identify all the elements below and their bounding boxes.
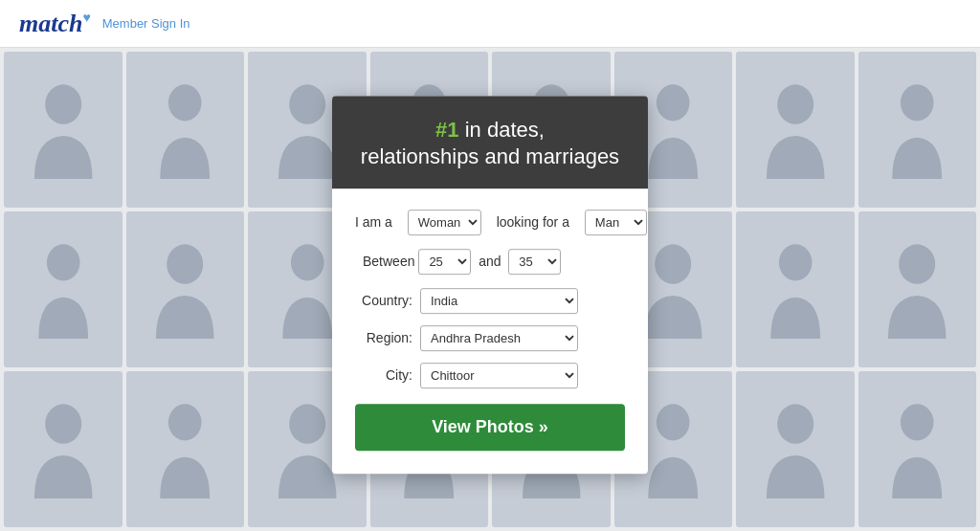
spacer5: and xyxy=(471,254,508,269)
age-min-select[interactable]: 18192021 22232425 26272829 3035404550 xyxy=(418,249,471,275)
spacer3 xyxy=(575,214,579,230)
highlight-text: #1 xyxy=(435,118,458,142)
svg-point-21 xyxy=(657,405,690,441)
region-row: Region: Andhra Pradesh Maharashtra Karna… xyxy=(355,325,625,351)
silhouette-cell xyxy=(736,371,855,527)
svg-point-6 xyxy=(777,85,813,124)
silhouette-cell xyxy=(4,211,122,367)
silhouette-cell xyxy=(736,211,855,367)
gender-row: I am a Woman Man looking for a Man Woman xyxy=(355,210,625,235)
svg-point-22 xyxy=(777,405,813,444)
svg-point-17 xyxy=(168,405,202,441)
title-part1: in dates, xyxy=(459,118,545,142)
logo: match♥ Member Sign In xyxy=(19,10,190,38)
silhouette-cell xyxy=(4,52,122,208)
region-label: Region: xyxy=(355,330,412,345)
i-am-a-label: I am a xyxy=(355,214,392,230)
silhouette-cell xyxy=(858,211,977,367)
header: match♥ Member Sign In xyxy=(0,0,980,48)
silhouette-cell xyxy=(858,371,977,527)
silhouette-cell xyxy=(126,52,245,208)
gender-select[interactable]: Woman Man xyxy=(408,210,481,235)
svg-point-16 xyxy=(45,405,81,444)
spacer2 xyxy=(487,214,491,230)
country-row: Country: India USA UK xyxy=(355,288,625,314)
silhouette-cell xyxy=(4,371,122,527)
member-signin-link[interactable]: Member Sign In xyxy=(102,16,190,31)
svg-point-5 xyxy=(657,85,690,122)
looking-for-label: looking for a xyxy=(497,214,569,230)
country-label: Country: xyxy=(355,293,412,308)
country-select[interactable]: India USA UK xyxy=(420,288,578,314)
looking-for-select[interactable]: Man Woman xyxy=(585,210,647,235)
view-photos-button[interactable]: View Photos » xyxy=(355,404,625,451)
silhouette-cell xyxy=(126,211,245,367)
svg-point-8 xyxy=(46,245,79,281)
card-body: I am a Woman Man looking for a Man Woman… xyxy=(332,188,648,474)
logo-text: match♥ xyxy=(19,10,91,38)
card-title: #1 in dates, Region: relationships and m… xyxy=(351,117,629,171)
svg-point-23 xyxy=(901,405,934,441)
svg-point-10 xyxy=(290,245,323,281)
svg-point-18 xyxy=(289,405,325,444)
spacer xyxy=(398,214,402,230)
main-card: #1 in dates, Region: relationships and m… xyxy=(332,96,648,474)
city-label: City: xyxy=(355,367,412,383)
svg-point-13 xyxy=(655,245,691,284)
age-max-select[interactable]: 25262728 29303132 33343540 45505560 6570 xyxy=(508,249,561,275)
svg-point-9 xyxy=(167,245,203,284)
svg-point-0 xyxy=(45,85,81,124)
svg-point-2 xyxy=(289,85,325,124)
city-select[interactable]: Chittoor Hyderabad Visakhapatnam xyxy=(420,363,578,388)
silhouette-cell xyxy=(126,371,245,527)
between-label: Between xyxy=(363,254,414,269)
age-row: Between 18192021 22232425 26272829 30354… xyxy=(355,249,625,275)
svg-point-15 xyxy=(899,245,935,284)
silhouette-cell xyxy=(736,52,855,208)
silhouette-cell xyxy=(858,52,977,208)
svg-point-7 xyxy=(901,85,934,122)
svg-point-1 xyxy=(168,85,202,122)
svg-point-14 xyxy=(778,245,812,281)
region-select[interactable]: Andhra Pradesh Maharashtra Karnataka xyxy=(420,325,578,351)
city-row: City: Chittoor Hyderabad Visakhapatnam xyxy=(355,363,625,388)
card-header: #1 in dates, Region: relationships and m… xyxy=(332,96,648,188)
